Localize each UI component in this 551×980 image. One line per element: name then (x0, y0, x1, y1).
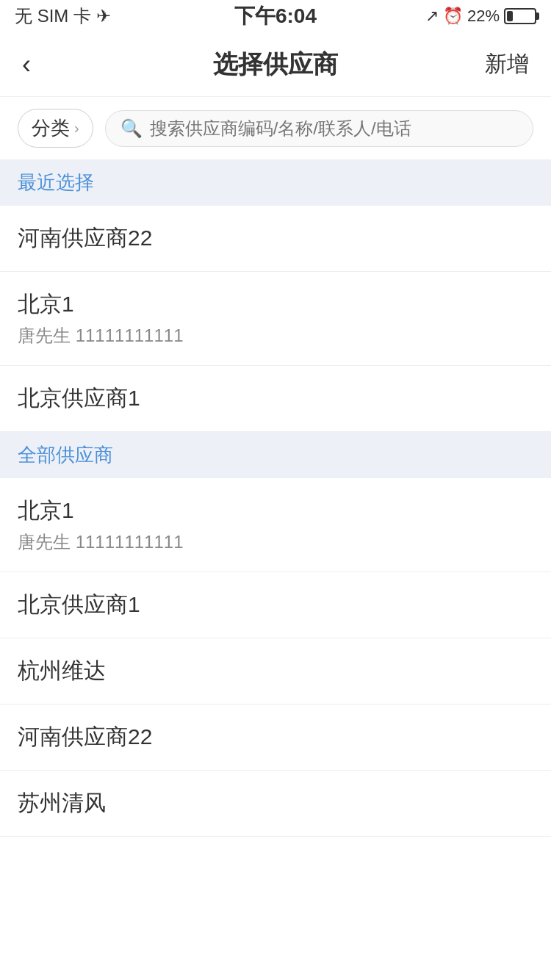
list-item[interactable]: 北京1唐先生 11111111111 (0, 478, 551, 572)
nav-bar: ‹ 选择供应商 新增 (0, 32, 551, 97)
page-title: 选择供应商 (213, 48, 338, 82)
item-sub: 唐先生 11111111111 (18, 324, 533, 347)
battery-icon (504, 8, 536, 24)
list-item[interactable]: 杭州维达 (0, 638, 551, 705)
item-sub: 唐先生 11111111111 (18, 530, 533, 554)
list-item[interactable]: 北京供应商1 (0, 572, 551, 638)
status-right: ↗ ⏰ 22% (425, 7, 536, 26)
item-name: 北京供应商1 (18, 590, 533, 620)
chevron-right-icon: › (74, 120, 79, 137)
list-item[interactable]: 河南供应商22 (0, 705, 551, 771)
item-name: 北京供应商1 (18, 383, 533, 414)
status-time: 下午6:04 (234, 2, 317, 30)
search-icon: 🔍 (120, 118, 143, 139)
list-item[interactable]: 河南供应商22 (0, 206, 551, 272)
recent-section-header: 最近选择 (0, 159, 551, 206)
battery-percent: 22% (467, 7, 500, 26)
search-input[interactable] (150, 118, 518, 139)
category-button[interactable]: 分类 › (18, 109, 93, 148)
status-left: 无 SIM 卡 ✈ (15, 4, 111, 28)
filter-bar: 分类 › 🔍 (0, 97, 551, 159)
recent-list: 河南供应商22北京1唐先生 11111111111北京供应商1 (0, 206, 551, 432)
item-name: 北京1 (18, 496, 533, 526)
battery-fill (507, 11, 513, 21)
item-name: 杭州维达 (18, 656, 533, 686)
item-name: 河南供应商22 (18, 722, 533, 752)
list-item[interactable]: 北京供应商1 (0, 366, 551, 432)
all-section-header: 全部供应商 (0, 432, 551, 478)
status-bar: 无 SIM 卡 ✈ 下午6:04 ↗ ⏰ 22% (0, 0, 551, 32)
category-label: 分类 (32, 115, 70, 141)
item-name: 河南供应商22 (18, 223, 533, 253)
list-item[interactable]: 苏州清风 (0, 771, 551, 837)
item-name: 北京1 (18, 289, 533, 320)
back-button[interactable]: ‹ (22, 49, 66, 80)
item-name: 苏州清风 (18, 788, 533, 818)
all-list: 北京1唐先生 11111111111北京供应商1杭州维达河南供应商22苏州清风 (0, 478, 551, 837)
add-button[interactable]: 新增 (485, 49, 529, 79)
search-box: 🔍 (105, 110, 533, 147)
list-item[interactable]: 北京1唐先生 11111111111 (0, 272, 551, 366)
alarm-icon: ⏰ (443, 7, 463, 26)
sim-status: 无 SIM 卡 ✈ (15, 4, 111, 28)
location-icon: ↗ (425, 7, 439, 26)
